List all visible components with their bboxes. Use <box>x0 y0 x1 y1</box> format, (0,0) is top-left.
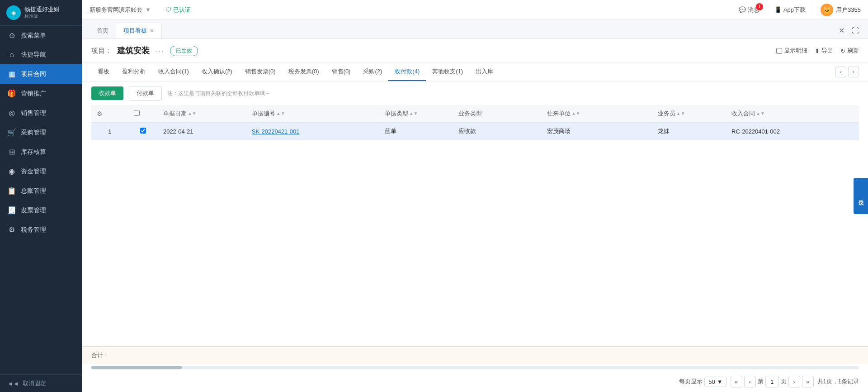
window-maximize-button[interactable]: ⛶ <box>850 25 861 37</box>
sort-contract-icon: ▲▼ <box>756 111 765 116</box>
settings-icon[interactable]: ⚙ <box>97 110 103 117</box>
cell-salesman: 龙妹 <box>652 123 726 140</box>
inventory-icon: ⊞ <box>7 148 16 156</box>
message-button[interactable]: 💬 消息 1 <box>739 6 760 14</box>
message-icon: 💬 <box>739 6 746 13</box>
scrollbar-thumb[interactable] <box>91 366 182 369</box>
pin-icon: ◄◄ <box>7 380 19 387</box>
col-header-type[interactable]: 单据类型 ▲▼ <box>379 105 453 123</box>
sidebar-item-inventory[interactable]: ⊞ 库存核算 <box>0 142 82 162</box>
invoice-icon: 🧾 <box>7 206 16 215</box>
sort-partner-icon: ▲▼ <box>571 111 580 116</box>
subtab-income-contract[interactable]: 收入合同(1) <box>152 63 195 81</box>
ledger-icon: 📋 <box>7 186 16 195</box>
col-header-code[interactable]: 单据编号 ▲▼ <box>246 105 379 123</box>
app-download-button[interactable]: 📱 App下载 <box>774 6 806 14</box>
show-detail-checkbox[interactable]: 显示明细 <box>776 47 807 55</box>
divider2 <box>813 5 813 14</box>
user-menu[interactable]: 🐱 用户3355 <box>821 4 861 16</box>
sidebar-item-purchase[interactable]: 🛒 采购管理 <box>0 123 82 142</box>
search-icon: ⊙ <box>7 31 16 40</box>
sidebar-scroll: ⊙ 搜索菜单 ⌂ 快捷导航 ▦ 项目合同 🎁 营销推广 ◎ 销售管理 🛒 采购管… <box>0 26 82 374</box>
pagination: 每页显示 50 ▼ « ‹ 第 页 › » 共1页，1条记录 <box>82 371 868 392</box>
show-detail-input[interactable] <box>776 48 782 54</box>
refresh-button[interactable]: ↻ 刷新 <box>840 47 859 55</box>
subtab-profit[interactable]: 盈利分析 <box>116 63 152 81</box>
row-checkbox[interactable] <box>140 128 146 134</box>
sidebar-item-search[interactable]: ⊙ 搜索菜单 <box>0 26 82 45</box>
app-logo-icon: ◈ <box>6 5 21 20</box>
last-page-button[interactable]: » <box>802 376 814 387</box>
tax-icon: ⚙ <box>7 225 16 234</box>
project-header: 项目： 建筑安装 ··· 已生效 显示明细 ⬆ 导出 ↻ 刷新 <box>82 39 868 63</box>
receipt-tab-button[interactable]: 收款单 <box>91 86 123 100</box>
table-row[interactable]: 1 2022-04-21 SK-20220421-001 蓝单 应收款 宏茂商场… <box>91 123 859 140</box>
filterbar: 收款单 付款单 注：这里是与项目关联的全部收付款单哦～ <box>82 81 868 105</box>
content-area: 项目： 建筑安装 ··· 已生效 显示明细 ⬆ 导出 ↻ 刷新 <box>82 39 868 392</box>
project-more-button[interactable]: ··· <box>155 46 165 56</box>
export-button[interactable]: ⬆ 导出 <box>815 47 833 55</box>
cell-code[interactable]: SK-20220421-001 <box>246 123 379 140</box>
filter-note: 注：这里是与项目关联的全部收付款单哦～ <box>167 90 270 97</box>
sidebar-unpin-button[interactable]: ◄◄ 取消固定 <box>0 374 82 392</box>
shield-icon: 🛡 <box>165 6 171 13</box>
col-header-contract[interactable]: 收入合同 ▲▼ <box>726 105 859 123</box>
page-size-dropdown[interactable]: 50 ▼ <box>704 377 726 387</box>
refresh-icon: ↻ <box>840 48 845 54</box>
horizontal-scrollbar[interactable] <box>91 366 859 369</box>
account-selector[interactable]: 新服务官网演示账套 ▼ <box>90 6 151 14</box>
subtab-sales[interactable]: 销售(0) <box>326 63 357 81</box>
subtab-kanban[interactable]: 看板 <box>91 63 116 81</box>
subtab-sales-invoice[interactable]: 销售发票(0) <box>239 63 282 81</box>
divider <box>767 5 767 14</box>
subtab-purchase[interactable]: 采购(2) <box>357 63 388 81</box>
sidebar-logo: ◈ 畅捷通好业财 标准版 <box>0 0 82 26</box>
sort-code-icon: ▲▼ <box>276 111 285 116</box>
total-info: 共1页，1条记录 <box>817 378 859 386</box>
gift-icon: 🎁 <box>7 89 16 98</box>
sidebar-item-finance[interactable]: ◉ 资金管理 <box>0 162 82 181</box>
payment-tab-button[interactable]: 付款单 <box>129 86 162 100</box>
subtab-next-button[interactable]: › <box>848 67 859 77</box>
page-number-input[interactable] <box>765 376 779 387</box>
col-header-partner[interactable]: 往来单位 ▲▼ <box>542 105 652 123</box>
col-header-biz-type: 业务类型 <box>453 105 542 123</box>
cell-contract: RC-20220401-002 <box>726 123 859 140</box>
col-header-num: ⚙ <box>91 105 128 123</box>
tab-close-icon[interactable]: ✕ <box>150 28 154 34</box>
tab-home[interactable]: 首页 <box>90 23 116 38</box>
subtab-prev-button[interactable]: ‹ <box>835 67 846 77</box>
project-title: 建筑安装 <box>117 45 150 56</box>
first-page-button[interactable]: « <box>731 376 742 387</box>
table-wrapper: ⚙ 单据日期 ▲▼ 单据编号 <box>82 105 868 346</box>
account-name: 新服务官网演示账套 <box>90 6 142 14</box>
code-link[interactable]: SK-20220421-001 <box>252 128 300 135</box>
cell-check[interactable] <box>128 123 158 140</box>
col-header-date[interactable]: 单据日期 ▲▼ <box>158 105 246 123</box>
scrollbar-area <box>82 364 868 371</box>
sidebar-item-quick-nav[interactable]: ⌂ 快捷导航 <box>0 45 82 64</box>
tab-project-board[interactable]: 项目看板 ✕ <box>116 23 162 38</box>
feedback-button[interactable]: 反馈 <box>854 178 868 214</box>
sidebar-item-sales[interactable]: ◎ 销售管理 <box>0 103 82 123</box>
main-area: 新服务官网演示账套 ▼ 🛡 已认证 💬 消息 1 📱 App下载 🐱 用户335… <box>82 0 868 392</box>
next-page-button[interactable]: › <box>788 376 800 387</box>
col-header-salesman[interactable]: 业务员 ▲▼ <box>652 105 726 123</box>
subtabs: 看板 盈利分析 收入合同(1) 收入确认(2) 销售发票(0) 税务发票(0) … <box>82 63 868 81</box>
window-close-button[interactable]: ✕ <box>837 24 846 37</box>
select-all-checkbox[interactable] <box>134 110 140 116</box>
sidebar: ◈ 畅捷通好业财 标准版 ⊙ 搜索菜单 ⌂ 快捷导航 ▦ 项目合同 🎁 营销推广… <box>0 0 82 392</box>
sidebar-item-tax[interactable]: ⚙ 税务管理 <box>0 220 82 239</box>
subtab-warehouse[interactable]: 出入库 <box>469 63 500 81</box>
table-footer: 合计： <box>82 346 868 364</box>
prev-page-button[interactable]: ‹ <box>744 376 756 387</box>
subtab-tax-invoice[interactable]: 税务发票(0) <box>282 63 326 81</box>
project-header-actions: 显示明细 ⬆ 导出 ↻ 刷新 <box>776 47 859 55</box>
sidebar-item-invoice[interactable]: 🧾 发票管理 <box>0 201 82 220</box>
sidebar-item-marketing[interactable]: 🎁 营销推广 <box>0 84 82 103</box>
sidebar-item-project[interactable]: ▦ 项目合同 <box>0 64 82 84</box>
subtab-other-expense[interactable]: 其他收支(1) <box>426 63 469 81</box>
subtab-income-confirm[interactable]: 收入确认(2) <box>195 63 239 81</box>
sidebar-item-ledger[interactable]: 📋 总账管理 <box>0 181 82 201</box>
subtab-receipt[interactable]: 收付款(4) <box>388 63 426 81</box>
